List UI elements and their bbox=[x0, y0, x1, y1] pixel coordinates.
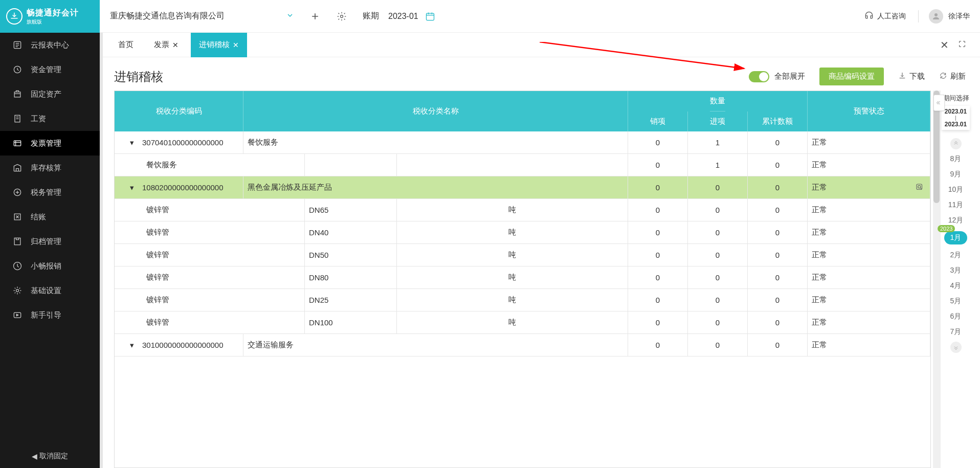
refresh-icon bbox=[939, 72, 947, 81]
collapse-icon[interactable]: ▾ bbox=[130, 138, 134, 147]
tab-close-icon[interactable]: ✕ bbox=[233, 41, 239, 49]
cell-purchase: 0 bbox=[688, 244, 748, 266]
nav-item[interactable]: 库存核算 bbox=[0, 155, 100, 180]
table-row[interactable]: 镀锌管 DN40 吨 0 0 0 正常 bbox=[115, 221, 930, 244]
cell-unit: 吨 bbox=[397, 221, 628, 243]
month-item[interactable]: 7月 bbox=[941, 324, 971, 340]
nav-item[interactable]: 工资 bbox=[0, 106, 100, 131]
month-item[interactable]: 5月 bbox=[941, 294, 971, 309]
month-item[interactable]: 10月 bbox=[941, 182, 971, 197]
cell-cumulative: 0 bbox=[748, 311, 808, 333]
month-next[interactable] bbox=[950, 342, 962, 353]
nav-icon bbox=[12, 212, 23, 222]
cell-unit: 吨 bbox=[397, 311, 628, 333]
tab[interactable]: 首页 bbox=[110, 33, 142, 57]
cell-sales: 0 bbox=[628, 131, 688, 153]
table-row[interactable]: ▾3010000000000000000 交通运输服务 0 0 0 正常 bbox=[115, 334, 930, 356]
cell-purchase: 1 bbox=[688, 131, 748, 153]
nav-label: 税务管理 bbox=[31, 188, 61, 197]
scrollbar[interactable] bbox=[933, 91, 940, 468]
cell-purchase: 0 bbox=[688, 334, 748, 356]
month-item[interactable]: 2月 bbox=[941, 248, 971, 263]
nav-label: 工资 bbox=[31, 114, 46, 124]
date-panel: 期间选择 2023.01 | 2023.01 8月9月10月11月12月2023… bbox=[940, 91, 971, 468]
tab[interactable]: 进销稽核✕ bbox=[191, 33, 247, 57]
nav-item[interactable]: 税务管理 bbox=[0, 180, 100, 205]
nav-item[interactable]: 结账 bbox=[0, 205, 100, 229]
topbar: 重庆畅捷交通信息咨询有限公司 账期 2023-01 人工咨询 bbox=[100, 0, 980, 33]
month-item[interactable]: 9月 bbox=[941, 167, 971, 182]
tab[interactable]: 发票✕ bbox=[146, 33, 187, 57]
table-row[interactable]: 镀锌管 DN50 吨 0 0 0 正常 bbox=[115, 244, 930, 266]
col-name: 税收分类名称 bbox=[243, 91, 628, 131]
month-prev[interactable] bbox=[950, 138, 962, 149]
month-item[interactable]: 6月 bbox=[941, 309, 971, 324]
table-row[interactable]: 镀锌管 DN25 吨 0 0 0 正常 bbox=[115, 289, 930, 311]
unpin-button[interactable]: ◀取消固定 bbox=[0, 444, 100, 468]
date-panel-title: 期间选择 bbox=[943, 94, 969, 103]
tab-label: 发票 bbox=[154, 40, 169, 50]
table-row[interactable]: ▾1080200000000000000 黑色金属冶炼及压延产品 0 0 0 正… bbox=[115, 176, 930, 199]
collapse-icon[interactable]: ▾ bbox=[130, 341, 134, 350]
nav-label: 库存核算 bbox=[31, 163, 61, 173]
cell-sales: 0 bbox=[628, 311, 688, 333]
nav-item[interactable]: 固定资产 bbox=[0, 82, 100, 106]
year-badge: 2023 bbox=[938, 225, 955, 232]
date-range[interactable]: 2023.01 | 2023.01 bbox=[942, 106, 970, 130]
company-selector[interactable]: 重庆畅捷交通信息咨询有限公司 bbox=[110, 11, 294, 21]
nav-item[interactable]: 云报表中心 bbox=[0, 33, 100, 57]
cell-name: 交通运输服务 bbox=[243, 334, 628, 356]
expand-all-toggle[interactable] bbox=[749, 71, 769, 82]
cell-code: ▾1080200000000000000 bbox=[115, 176, 243, 198]
logo: 畅捷通好会计 旗舰版 bbox=[0, 0, 100, 33]
add-button[interactable] bbox=[309, 11, 321, 22]
cell-sales: 0 bbox=[628, 266, 688, 288]
nav-item[interactable]: 资金管理 bbox=[0, 57, 100, 82]
cell-purchase: 0 bbox=[688, 266, 748, 288]
month-item[interactable]: 4月 bbox=[941, 278, 971, 294]
cell-cumulative: 0 bbox=[748, 199, 808, 221]
nav-label: 资金管理 bbox=[31, 65, 61, 75]
col-purchase: 进项 bbox=[688, 112, 748, 131]
cell-sales: 0 bbox=[628, 176, 688, 198]
nav-item[interactable]: 小畅报销 bbox=[0, 254, 100, 278]
consult-link[interactable]: 人工咨询 bbox=[864, 10, 906, 22]
cell-name: 镀锌管 bbox=[115, 289, 305, 311]
nav-item[interactable]: 新手引导 bbox=[0, 303, 100, 327]
svg-point-9 bbox=[16, 289, 19, 292]
settings-button[interactable] bbox=[336, 11, 347, 22]
expand-all-label: 全部展开 bbox=[774, 72, 805, 81]
date-panel-expand[interactable] bbox=[933, 95, 945, 111]
calendar-icon[interactable] bbox=[425, 11, 436, 22]
fullscreen-button[interactable] bbox=[954, 40, 970, 50]
month-item[interactable]: 8月 bbox=[941, 151, 971, 167]
tab-close-icon[interactable]: ✕ bbox=[172, 41, 179, 49]
search-icon[interactable] bbox=[915, 183, 925, 193]
cell-spec: DN100 bbox=[305, 311, 397, 333]
month-item[interactable]: 11月 bbox=[941, 197, 971, 213]
month-item[interactable]: 3月 bbox=[941, 263, 971, 278]
period-value[interactable]: 2023-01 bbox=[388, 12, 418, 21]
nav-icon bbox=[12, 64, 23, 75]
nav-icon bbox=[12, 285, 23, 296]
nav-item[interactable]: 发票管理 bbox=[0, 131, 100, 155]
cell-cumulative: 0 bbox=[748, 131, 808, 153]
sidebar: 畅捷通好会计 旗舰版 云报表中心资金管理固定资产工资发票管理库存核算税务管理结账… bbox=[0, 0, 100, 468]
table-row[interactable]: 镀锌管 DN80 吨 0 0 0 正常 bbox=[115, 266, 930, 289]
nav-item[interactable]: 归档管理 bbox=[0, 229, 100, 254]
refresh-button[interactable]: 刷新 bbox=[939, 72, 966, 81]
nav-item[interactable]: 基础设置 bbox=[0, 278, 100, 303]
nav-icon bbox=[12, 114, 23, 124]
table-row[interactable]: 镀锌管 DN65 吨 0 0 0 正常 bbox=[115, 199, 930, 221]
download-button[interactable]: 下载 bbox=[898, 72, 925, 81]
cell-cumulative: 0 bbox=[748, 154, 808, 176]
close-tab-button[interactable]: ✕ bbox=[934, 39, 954, 51]
table-row[interactable]: 镀锌管 DN100 吨 0 0 0 正常 bbox=[115, 311, 930, 334]
table-row[interactable]: ▾3070401000000000000 餐饮服务 0 1 0 正常 bbox=[115, 131, 930, 154]
product-code-settings-button[interactable]: 商品编码设置 bbox=[819, 68, 884, 85]
cell-unit: 吨 bbox=[397, 266, 628, 288]
month-item[interactable]: 20231月 bbox=[941, 228, 971, 248]
user-menu[interactable]: 徐泽华 bbox=[929, 9, 970, 24]
collapse-icon[interactable]: ▾ bbox=[130, 183, 134, 192]
table-row[interactable]: 餐饮服务 0 1 0 正常 bbox=[115, 154, 930, 176]
